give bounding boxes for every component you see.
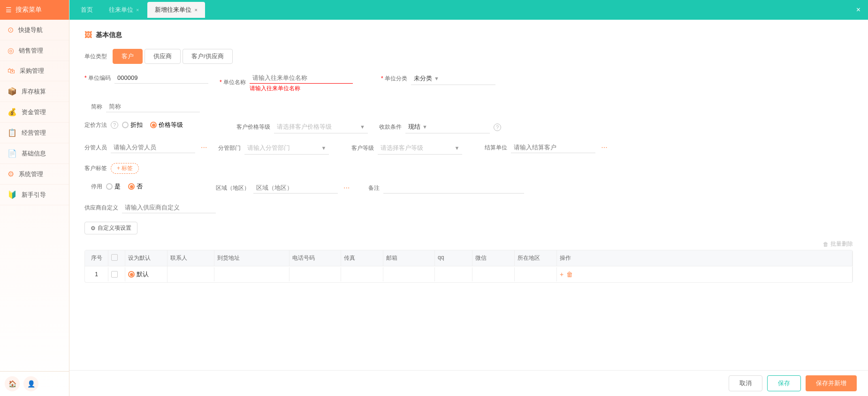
section-icon: 🖼 [84, 31, 92, 39]
yes-label: 是 [114, 182, 121, 191]
contact-input[interactable] [170, 271, 211, 278]
sidebar-item-purchase[interactable]: 🛍 采购管理 [0, 61, 69, 81]
custom-settings-btn[interactable]: ⚙ 自定义项设置 [84, 222, 137, 234]
disable-no[interactable]: 否 [128, 182, 143, 191]
search-menu-btn[interactable]: ☰ 搜索菜单 [0, 0, 69, 20]
delete-row-btn[interactable]: 🗑 [566, 271, 573, 278]
sales-icon: ◎ [8, 46, 14, 55]
row-default-radio[interactable]: 默认 [128, 270, 164, 279]
remark-field: 备注 [368, 182, 524, 194]
disable-yes[interactable]: 是 [106, 182, 121, 191]
type-btn-supplier[interactable]: 供应商 [145, 49, 181, 64]
payment-help-icon[interactable]: ? [494, 124, 501, 131]
abbr-input[interactable] [106, 101, 200, 112]
unit-name-error: 请输入往来单位名称 [250, 85, 353, 93]
tab-home[interactable]: 首页 [73, 2, 100, 18]
sidebar-item-operations[interactable]: 📋 经营管理 [0, 123, 69, 143]
price-level-label: 价格等级 [159, 121, 183, 129]
th-fax: 传真 [341, 250, 383, 266]
fax-input[interactable] [344, 271, 380, 278]
weixin-input[interactable] [475, 271, 511, 278]
sidebar-item-sales[interactable]: ◎ 销售管理 [0, 40, 69, 61]
unit-category-arrow: ▼ [434, 76, 439, 81]
beginner-icon: 🔰 [8, 190, 17, 199]
sidebar-item-label: 资金管理 [22, 108, 46, 116]
supplier-custom-row: 供应商自定义 [84, 202, 853, 213]
sidebar-item-basic-info[interactable]: 📄 基础信息 [0, 143, 69, 164]
sidebar-home-btn[interactable]: 🏠 [5, 376, 20, 391]
type-btn-both[interactable]: 客户/供应商 [183, 49, 233, 64]
addr-input[interactable] [217, 271, 286, 278]
unit-code-input[interactable] [114, 72, 208, 84]
abbr-row: 简称 [84, 101, 853, 112]
sidebar-item-system[interactable]: ⚙ 系统管理 [0, 164, 69, 185]
email-input[interactable] [386, 271, 432, 278]
quick-nav-icon: ⊙ [8, 25, 14, 34]
tel-input[interactable] [292, 271, 338, 278]
sidebar-item-label: 采购管理 [20, 67, 44, 75]
td-tel [289, 267, 341, 281]
unit-name-input[interactable] [250, 72, 353, 84]
unit-code-label: 单位编码 [84, 74, 111, 82]
manager-input[interactable] [111, 142, 195, 153]
region-dots[interactable]: ··· [343, 184, 350, 192]
payment-value: 现结 [408, 123, 420, 131]
save-add-button[interactable]: 保存并新增 [806, 375, 857, 391]
sidebar-item-finance[interactable]: 💰 资金管理 [0, 102, 69, 123]
unit-type-label: 单位类型 [84, 53, 107, 61]
no-radio[interactable] [128, 183, 135, 190]
default-radio-circle[interactable] [128, 271, 135, 278]
sidebar-bottom: 🏠 👤 [0, 371, 69, 396]
dept-select[interactable]: 请输入分管部门 ▼ [244, 142, 329, 155]
type-btn-customer[interactable]: 客户 [113, 49, 143, 64]
settlement-dots[interactable]: ··· [601, 143, 607, 152]
cust-price-select[interactable]: 请选择客户价格等级 ▼ [274, 121, 368, 133]
settlement-input[interactable] [511, 142, 595, 153]
table-select-all[interactable] [111, 254, 118, 261]
th-check [108, 250, 125, 266]
unit-type-row: 单位类型 客户 供应商 客户/供应商 [84, 49, 853, 64]
add-row-btn[interactable]: + [560, 271, 563, 278]
sidebar-item-inventory[interactable]: 📦 库存核算 [0, 81, 69, 102]
sidebar-item-beginner[interactable]: 🔰 新手引导 [0, 185, 69, 205]
add-tag-btn[interactable]: + 标签 [111, 163, 139, 174]
window-close-btn[interactable]: × [853, 4, 864, 16]
tab-partners-close[interactable]: × [136, 7, 139, 13]
cust-price-field: 客户价格等级 请选择客户价格等级 ▼ [236, 121, 368, 133]
settlement-label: 结算单位 [485, 144, 507, 152]
cust-level-select[interactable]: 请选择客户等级 ▼ [378, 142, 462, 155]
manager-dots[interactable]: ··· [201, 143, 207, 152]
unit-name-label: 单位名称 [220, 78, 246, 86]
basic-info-icon: 📄 [8, 149, 17, 158]
sidebar-user-btn[interactable]: 👤 [23, 376, 38, 391]
th-action: 操作 [557, 250, 853, 266]
tab-new-partner[interactable]: 新增往来单位 × [147, 2, 205, 18]
remark-input[interactable] [383, 182, 524, 194]
tab-partners[interactable]: 往来单位 × [101, 2, 146, 18]
yes-radio[interactable] [106, 183, 113, 190]
price-level-radio[interactable] [150, 122, 157, 128]
purchase-icon: 🛍 [8, 67, 15, 75]
discount-radio[interactable] [122, 122, 129, 128]
row-checkbox[interactable] [111, 271, 118, 278]
remark-label: 备注 [368, 184, 380, 192]
pricing-level[interactable]: 价格等级 [150, 121, 183, 129]
qq-input[interactable] [438, 271, 469, 278]
unit-category-select[interactable]: 未分类 ▼ [411, 72, 495, 85]
region-input[interactable] [253, 182, 338, 194]
section-basic-info: 🖼 基本信息 [84, 31, 853, 39]
tab-new-partner-close[interactable]: × [194, 7, 197, 13]
region-table-input[interactable] [518, 271, 554, 278]
cancel-button[interactable]: 取消 [729, 375, 762, 391]
batch-delete-label[interactable]: 批量删除 [830, 240, 853, 248]
td-addr [214, 267, 289, 281]
sidebar-item-quick-nav[interactable]: ⊙ 快捷导航 [0, 20, 69, 40]
save-button[interactable]: 保存 [767, 375, 801, 391]
payment-select[interactable]: 现结 ▼ [405, 121, 490, 133]
settlement-field: 结算单位 ··· [485, 142, 607, 153]
pricing-help-icon[interactable]: ? [111, 121, 118, 129]
pricing-discount[interactable]: 折扣 [122, 121, 143, 129]
search-icon: ☰ [6, 6, 12, 14]
default-label: 默认 [137, 270, 149, 279]
supplier-custom-input[interactable] [122, 202, 216, 213]
